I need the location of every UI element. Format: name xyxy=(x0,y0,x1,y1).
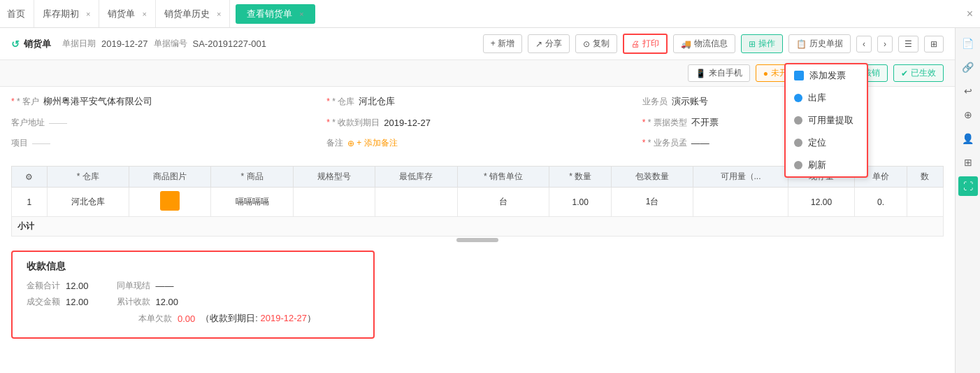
effective-button[interactable]: ✔ 已生效 xyxy=(893,64,944,82)
subtotal-row: 小计 xyxy=(12,217,944,237)
col-warehouse: * 仓库 xyxy=(47,167,129,188)
total-value: 12.00 xyxy=(66,281,89,291)
warehouse-label: * 仓库 xyxy=(332,97,354,106)
row-available xyxy=(693,188,788,217)
tab-home[interactable]: 首页 xyxy=(7,0,34,27)
tab-sales-order[interactable]: 销货单 × xyxy=(99,0,155,27)
tab-inventory-init[interactable]: 库存期初 × xyxy=(34,0,99,27)
tab-close-inventory[interactable]: × xyxy=(86,10,90,18)
address-field: 客户地址 —— xyxy=(11,117,312,129)
deal-value: 12.00 xyxy=(66,297,89,307)
prev-button[interactable]: ‹ xyxy=(856,36,872,52)
date-value: 2019-12-27 xyxy=(101,38,148,49)
add-invoice-item[interactable]: 添加发票 xyxy=(786,64,867,87)
row-min-stock xyxy=(375,188,457,217)
row-quantity: 1.00 xyxy=(549,188,612,217)
doc-type-label: 销货单 xyxy=(24,38,51,50)
refresh-item[interactable]: 刷新 xyxy=(786,154,867,176)
sidebar-user-icon[interactable]: 👤 xyxy=(958,129,978,148)
cumulative-item: 累计收款 12.00 xyxy=(117,296,179,308)
doc-meta: 单据日期 2019-12-27 单据编号 SA-20191227-001 xyxy=(62,38,266,50)
cumulative-value: 12.00 xyxy=(156,297,179,307)
same-order-settle-item: 同单现结 —— xyxy=(117,280,174,292)
tab-close-history[interactable]: × xyxy=(217,10,221,18)
outbound-icon xyxy=(794,94,802,102)
deal-label: 成交金额 xyxy=(27,296,60,308)
outbound-item[interactable]: 出库 xyxy=(786,87,867,109)
subtotal-label: 小计 xyxy=(12,217,944,237)
note-label: 备注 xyxy=(326,137,343,149)
sidebar-link-icon[interactable]: 🔗 xyxy=(958,57,978,77)
row-product-name: 嗝嗝嗝嗝 xyxy=(211,188,293,217)
doc-header: ↺ 销货单 单据日期 2019-12-27 单据编号 SA-20191227-0… xyxy=(0,28,955,60)
sidebar-return-icon[interactable]: ↩ xyxy=(958,81,978,101)
col-min-stock: 最低库存 xyxy=(375,167,457,188)
col-package: 包装数量 xyxy=(611,167,693,188)
note-field: 备注 ⊕ + 添加备注 xyxy=(326,137,628,149)
sidebar-grid-icon[interactable]: ⊞ xyxy=(958,153,978,172)
number-value: SA-20191227-001 xyxy=(193,38,267,49)
tab-view-sales[interactable]: 查看销货单 × xyxy=(236,4,315,24)
same-order-value: —— xyxy=(156,281,174,291)
payment-row-1: 金额合计 12.00 同单现结 —— xyxy=(27,280,359,292)
history-button[interactable]: 📋 历史单据 xyxy=(788,34,851,53)
sidebar-expand-icon[interactable]: ⛶ xyxy=(958,176,978,196)
doc-title: ↺ 销货单 xyxy=(11,38,51,50)
list-view-button[interactable]: ☰ xyxy=(898,36,918,52)
debt-value: 0.00 xyxy=(178,314,195,324)
copy-button[interactable]: ⊙ 复制 xyxy=(575,34,617,53)
debt-item: 本单欠款 0.00 （收款到期日: 2019-12-27） xyxy=(138,312,316,325)
add-invoice-icon xyxy=(794,71,804,80)
col-available: 可用量（... xyxy=(693,167,788,188)
next-button[interactable]: › xyxy=(877,36,893,52)
locate-item[interactable]: 定位 xyxy=(786,132,867,154)
history-icon: 📋 xyxy=(796,39,807,49)
staff-label: 业务员 xyxy=(642,96,668,108)
col-qty: * 数量 xyxy=(549,167,612,188)
tab-sales-history[interactable]: 销货单历史 × xyxy=(156,0,230,27)
add-note-button[interactable]: ⊕ + 添加备注 xyxy=(347,137,397,149)
phone-icon: 📱 xyxy=(696,69,706,78)
col-gear[interactable]: ⚙ xyxy=(12,167,48,188)
debt-label: 本单欠款 xyxy=(138,313,172,325)
share-icon: ↗ xyxy=(535,39,542,49)
print-button[interactable]: 🖨 打印 xyxy=(623,34,668,54)
copy-icon: ⊙ xyxy=(583,39,590,49)
refresh-icon xyxy=(794,161,802,169)
add-icon: ⊕ xyxy=(347,139,354,148)
tab-bar: 首页 库存期初 × 销货单 × 销货单历史 × 查看销货单 × × xyxy=(0,0,980,28)
project-field: 项目 —— xyxy=(11,137,312,149)
doc-type-icon: ↺ xyxy=(11,38,20,50)
tab-close-view[interactable]: × xyxy=(299,10,303,18)
payment-row-2: 成交金额 12.00 累计收款 12.00 xyxy=(27,296,359,308)
col-extra: 数 xyxy=(907,167,943,188)
grid-view-button[interactable]: ⊞ xyxy=(924,36,944,52)
invoice-icon: ● xyxy=(763,69,768,78)
share-button[interactable]: ↗ 分享 xyxy=(528,34,570,53)
sidebar-plus-icon[interactable]: ⊕ xyxy=(958,105,978,125)
row-price: 0. xyxy=(855,188,907,217)
logistics-button[interactable]: 🚚 物流信息 xyxy=(673,34,735,53)
row-warehouse: 河北仓库 xyxy=(47,188,129,217)
window-close-button[interactable]: × xyxy=(967,8,973,20)
cumulative-label: 累计收款 xyxy=(117,296,150,308)
quantity-pick-item[interactable]: 可用量提取 xyxy=(786,109,867,132)
payment-row-3: 本单欠款 0.00 （收款到期日: 2019-12-27） xyxy=(27,312,359,325)
horizontal-scrollbar[interactable] xyxy=(456,238,498,242)
locate-icon xyxy=(794,139,802,147)
from-phone-button[interactable]: 📱 来自手机 xyxy=(688,64,750,82)
new-button[interactable]: + 新增 xyxy=(483,34,522,53)
deal-amount-item: 成交金额 12.00 xyxy=(27,296,89,308)
sidebar-doc-icon[interactable]: 📄 xyxy=(958,34,978,53)
debt-extra: （收款到期日: 2019-12-27） xyxy=(201,312,316,325)
tab-close-sales[interactable]: × xyxy=(142,10,146,18)
row-index: 1 xyxy=(12,188,48,217)
product-image xyxy=(160,191,180,211)
doc-actions: + 新增 ↗ 分享 ⊙ 复制 🖨 打印 🚚 物流信 xyxy=(483,34,944,54)
date-label: 单据日期 xyxy=(62,38,96,50)
operations-button[interactable]: ⊞ 操作 xyxy=(741,34,783,53)
due-date-value: 2019-12-27 xyxy=(384,118,431,128)
customer-value: 柳州粤港平安气体有限公司 xyxy=(43,95,152,108)
payment-title: 收款信息 xyxy=(27,260,359,273)
row-unit: 台 xyxy=(457,188,549,217)
